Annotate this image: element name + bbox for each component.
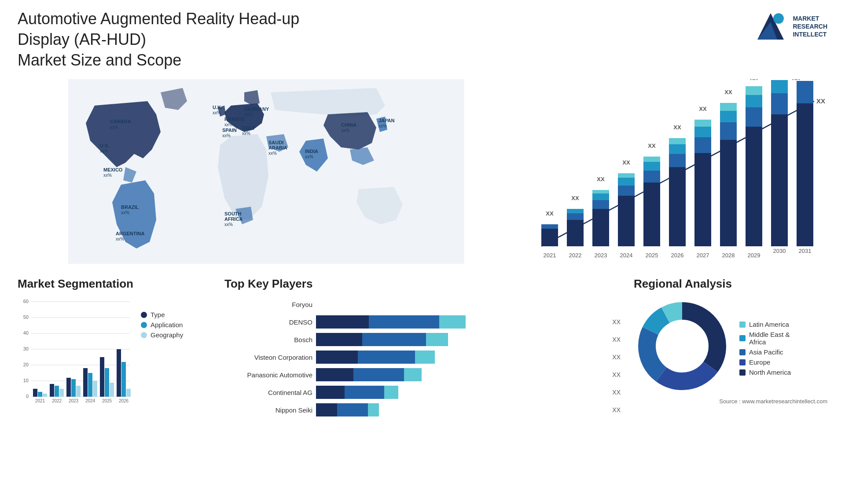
player-bar-visteon [316,351,606,364]
top-section: CANADA xx% U.S. xx% MEXICO xx% BRAZIL xx… [18,79,827,264]
svg-rect-80 [33,389,37,397]
logo-area: MARKETRESEARCHINTELLECT [753,9,827,44]
svg-rect-35 [669,144,686,154]
svg-rect-52 [746,107,762,127]
bottom-section: Market Segmentation 0 10 20 30 40 50 60 [18,277,827,416]
saudi-label2: ARABIA [268,145,287,150]
source-text: Source : www.marketresearchintellect.com [634,398,827,405]
svg-rect-97 [105,368,109,397]
player-name-nippon: Nippon Seiki [224,406,312,414]
us-label: U.S. [100,143,109,148]
player-xx-nippon: XX [612,406,621,413]
segmentation-title: Market Segmentation [18,277,211,291]
svg-text:40: 40 [23,330,29,336]
svg-text:2026: 2026 [671,252,684,259]
players-list: Foryou DENSO [224,298,621,416]
svg-text:2025: 2025 [646,252,658,259]
svg-rect-10 [567,220,584,246]
growth-chart-section: XX 2021 XX 2022 XX 2023 [528,79,827,264]
legend-geography: Geography [141,331,183,339]
player-xx-bosch: XX [612,336,621,343]
svg-text:2025: 2025 [102,398,112,403]
svg-rect-63 [797,81,813,103]
brazil-label: BRAZIL [121,205,139,210]
page-title: Automotive Augmented Reality Head-up Dis… [18,9,348,70]
svg-text:10: 10 [23,378,29,383]
argentina-value: xx% [116,237,124,241]
svg-rect-33 [669,167,686,246]
svg-text:2030: 2030 [773,248,786,254]
svg-rect-81 [38,392,42,397]
map-section: CANADA xx% U.S. xx% MEXICO xx% BRAZIL xx… [18,79,515,264]
player-bar-continental [316,386,606,399]
legend-asia-pacific: Asia Pacific [739,348,791,356]
player-name-bosch: Bosch [224,336,312,343]
player-name-denso: DENSO [224,318,312,326]
svg-rect-84 [50,384,54,397]
saudi-value: xx% [268,151,277,156]
svg-rect-29 [643,162,660,171]
svg-rect-57 [771,114,788,246]
player-bar-bosch [316,333,606,346]
svg-text:2026: 2026 [119,398,129,403]
svg-rect-86 [59,389,64,397]
svg-rect-98 [110,383,114,397]
canada-value: xx% [110,125,118,130]
player-xx-visteon: XX [612,354,621,361]
regional-section: Regional Analysis [634,277,827,416]
svg-rect-85 [55,386,59,397]
svg-rect-47 [720,111,737,122]
svg-rect-36 [669,138,686,144]
svg-text:2023: 2023 [595,252,607,259]
uk-label: U.K. [213,105,222,110]
svg-rect-54 [746,86,762,95]
svg-rect-17 [592,194,609,200]
player-name-panasonic: Panasonic Automotive [224,371,312,379]
legend-europe: Europe [739,358,791,366]
svg-text:60: 60 [23,299,29,304]
svg-text:2022: 2022 [52,398,62,403]
svg-rect-92 [83,368,88,397]
canada-label: CANADA [110,119,131,124]
japan-value: xx% [378,124,387,128]
china-value: xx% [341,128,349,133]
sa-label: SOUTH [224,211,242,216]
svg-text:XX: XX [648,142,656,149]
spain-value: xx% [222,133,231,138]
player-continental: Continental AG XX [224,386,621,399]
svg-rect-96 [100,357,104,397]
germany-value: xx% [244,112,253,117]
svg-rect-27 [643,183,660,246]
svg-text:2024: 2024 [85,398,96,403]
us-value: xx% [100,149,108,153]
svg-rect-23 [618,178,635,186]
svg-rect-16 [592,200,609,209]
japan-label: JAPAN [378,118,395,123]
svg-text:2022: 2022 [569,252,582,259]
svg-rect-46 [720,122,737,140]
svg-rect-58 [771,93,788,114]
svg-text:XX: XX [699,106,707,112]
legend-north-america: North America [739,369,791,376]
sa-label2: AFRICA [224,216,243,222]
mexico-label: MEXICO [103,167,123,172]
svg-rect-39 [694,153,711,246]
player-bar-panasonic [316,368,606,381]
player-bar-foryou [316,298,621,311]
svg-text:20: 20 [23,362,29,367]
regional-legend: Latin America Middle East &Africa Asia P… [739,321,791,376]
spain-label: SPAIN [222,128,237,133]
player-bar-denso [316,315,606,329]
svg-rect-21 [618,196,635,246]
regional-title: Regional Analysis [634,277,827,291]
main-content: CANADA xx% U.S. xx% MEXICO xx% BRAZIL xx… [18,79,827,416]
svg-text:XX: XX [546,210,554,217]
svg-text:50: 50 [23,314,29,320]
player-xx-continental: XX [612,389,621,396]
svg-rect-42 [694,120,711,127]
svg-rect-82 [43,394,47,397]
svg-rect-93 [88,373,92,397]
key-players-section: Top Key Players Foryou DENSO [224,277,621,416]
logo-text: MARKETRESEARCHINTELLECT [793,15,827,39]
svg-text:2027: 2027 [697,252,709,259]
